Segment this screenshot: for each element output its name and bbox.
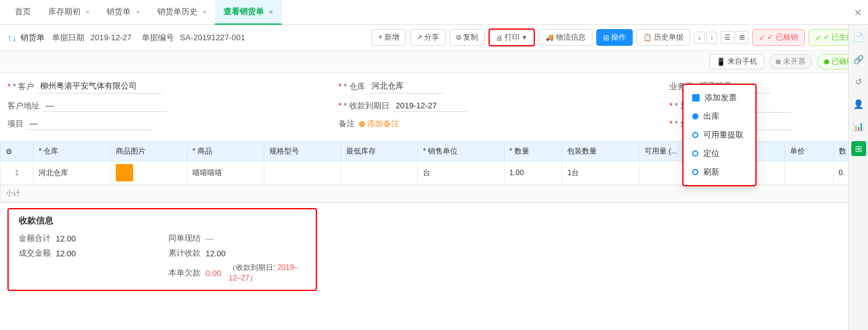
not-open-dot — [776, 59, 781, 64]
row-spec — [264, 161, 341, 185]
next-button[interactable]: › — [706, 32, 718, 44]
row-pack-qty: 1台 — [562, 161, 639, 185]
amount-total-label: 金额合计 — [19, 233, 51, 244]
locate-icon — [692, 150, 698, 157]
share-button[interactable]: ↗ 分享 — [410, 29, 446, 46]
row-warehouse: 河北仓库 — [33, 161, 110, 185]
history-button[interactable]: 📋 历史单据 — [636, 29, 690, 46]
project-label: 项目 — [7, 118, 24, 129]
tab-home[interactable]: 首页 — [6, 0, 40, 25]
same-order-row: 同单现结 — — [168, 233, 306, 244]
subtotal-label: 小计 — [1, 185, 868, 202]
close-history-tab[interactable]: × — [202, 8, 206, 15]
tab-sales-history[interactable]: 销货单历史 × — [149, 0, 215, 25]
accumulated-receipt-row: 累计收款 12.00 — [168, 248, 306, 259]
tab-sales-order[interactable]: 销货单 × — [98, 0, 148, 25]
col-spec: 规格型号 — [264, 142, 341, 161]
copy-icon: ⧉ — [456, 33, 461, 41]
accumulated-label: 累计收款 — [168, 248, 201, 259]
logistics-button[interactable]: 🚚 物流信息 — [539, 29, 592, 46]
tab-bar: 首页 库存期初 × 销货单 × 销货单历史 × 查看销货单 × ✕ — [0, 0, 868, 25]
close-inventory-tab[interactable]: × — [85, 8, 89, 15]
deal-amount-row: 成交金额 12.00 — [19, 248, 156, 259]
customer-label: * 客户 — [7, 81, 34, 92]
refresh-item[interactable]: 刷新 — [684, 163, 755, 181]
outbound-icon — [692, 113, 698, 119]
note-label: 备注 — [339, 118, 355, 129]
outbound-item[interactable]: 出库 — [684, 107, 755, 126]
new-button[interactable]: + 新增 — [371, 29, 406, 46]
add-note-button[interactable]: ⊕ 添加备注 — [358, 118, 399, 129]
main-area: ↑↓ 销货单 单据日期 2019-12-27 单据编号 SA-20191227-… — [0, 25, 868, 330]
col-unit-price: 单价 — [785, 142, 833, 161]
col-min-stock: 最低库存 — [341, 142, 418, 161]
payment-date-field: * 收款到期日 2019-12-27 — [339, 100, 658, 112]
sidebar-link-icon[interactable]: 🔗 — [851, 52, 866, 67]
print-button[interactable]: 🖨 打印 ▼ — [488, 28, 535, 46]
row-quantity: 1.00 — [504, 161, 562, 185]
share-icon: ↗ — [417, 33, 422, 41]
warehouse-field: * 仓库 河北仓库 — [339, 79, 658, 93]
same-order-value: — — [206, 234, 214, 243]
doc-number-label: 单据编号 SA-20191227-001 — [142, 32, 246, 43]
available-qty-item[interactable]: 可用量提取 — [684, 126, 755, 144]
locate-item[interactable]: 定位 — [684, 144, 755, 163]
right-sidebar: 📄 🔗 ↺ 👤 📊 ⊞ — [848, 25, 868, 330]
confirm-dot — [824, 59, 829, 64]
operations-dropdown: 添加发票 出库 可用量提取 定位 刷新 — [682, 84, 757, 186]
not-open-badge[interactable]: 未开票 — [769, 54, 812, 69]
print-dropdown-arrow: ▼ — [521, 34, 527, 41]
footer-grid: 金额合计 12.00 成交金额 12.00 同单现结 — 累计收款 — [19, 233, 306, 284]
tab-view-sales[interactable]: 查看销货单 × — [215, 0, 281, 25]
project-value: — — [27, 118, 151, 130]
close-view-sales-tab[interactable]: × — [269, 8, 272, 15]
sidebar-refresh-icon[interactable]: ↺ — [851, 74, 866, 89]
sidebar-expand-icon[interactable]: ⊞ — [851, 141, 866, 156]
sidebar-doc-icon[interactable]: 📄 — [851, 30, 866, 45]
operation-button[interactable]: ⊞ 操作 — [596, 29, 633, 46]
copy-button[interactable]: ⧉ 复制 — [449, 29, 485, 46]
address-value: — — [43, 100, 167, 112]
customer-value: 柳州粤港平安气体有限公司 — [38, 79, 162, 93]
add-invoice-item[interactable]: 添加发票 — [684, 89, 755, 107]
doc-header: ↑↓ 销货单 单据日期 2019-12-27 单据编号 SA-20191227-… — [0, 25, 868, 51]
row-sales-unit: 台 — [418, 161, 504, 185]
col-gear: ⚙ — [1, 142, 33, 161]
logistics-icon: 🚚 — [545, 33, 554, 41]
plus-icon: ⊕ — [358, 119, 365, 129]
toolbar: + 新增 ↗ 分享 ⧉ 复制 🖨 打印 ▼ 🚚 物流信息 — [371, 28, 861, 46]
check-icon: ✓ — [759, 33, 765, 42]
footer-info-box: 收款信息 金额合计 12.00 成交金额 12.00 同单现结 — — [7, 208, 317, 291]
grid-view-button[interactable]: ⊞ — [736, 31, 749, 44]
row-product-img — [110, 161, 187, 185]
view-icons: ☰ ⊞ — [721, 31, 749, 44]
mobile-button[interactable]: 📱 来自手机 — [710, 54, 764, 69]
row-unit-price — [785, 161, 833, 185]
subtotal-row: 小计 — [1, 185, 868, 202]
balance-note: （收款到期日: 2019–12–27） — [228, 263, 306, 284]
prev-button[interactable]: ‹ — [694, 32, 705, 44]
doc-title-text: 销货单 — [20, 32, 45, 43]
check-effect-icon: ✓ — [815, 33, 822, 42]
secondary-toolbar: 📱 来自手机 未开票 已确认 — [0, 51, 868, 73]
cancel-badge[interactable]: ✓ ✓ 已核销 — [752, 29, 804, 46]
list-view-button[interactable]: ☰ — [721, 31, 734, 44]
balance-row: 本单欠款 0.00 （收款到期日: 2019–12–27） — [168, 263, 306, 284]
available-qty-icon — [692, 132, 698, 138]
refresh-icon — [692, 169, 698, 175]
footer-title: 收款信息 — [19, 215, 306, 227]
address-field: 客户地址 — — [7, 100, 326, 112]
sidebar-chart-icon[interactable]: 📊 — [851, 119, 866, 134]
balance-label: 本单欠款 — [168, 267, 201, 279]
window-close-button[interactable]: ✕ — [854, 6, 862, 18]
tab-inventory-init[interactable]: 库存期初 × — [40, 0, 98, 25]
amount-total-value: 12.00 — [56, 234, 76, 243]
nav-arrows: ‹ › — [694, 32, 717, 44]
mobile-icon: 📱 — [716, 58, 726, 66]
deal-amount-label: 成交金额 — [19, 248, 51, 259]
row-product: 嘻嘻嘻嘻 — [187, 161, 264, 185]
payment-date-label: * 收款到期日 — [339, 100, 389, 111]
sidebar-user-icon[interactable]: 👤 — [851, 97, 866, 111]
col-product-img: 商品图片 — [110, 142, 187, 161]
close-sales-tab[interactable]: × — [136, 8, 139, 15]
